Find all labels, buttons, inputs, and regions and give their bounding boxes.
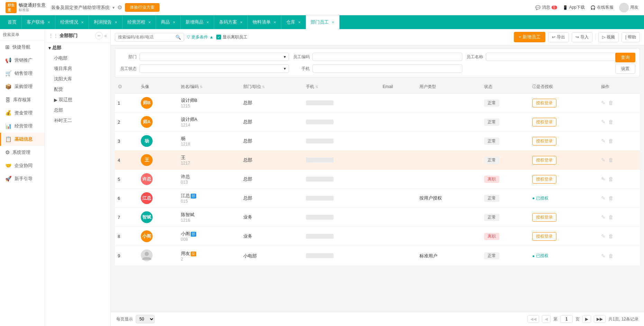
dept-edit-button[interactable]: ✏ bbox=[95, 32, 103, 39]
tab-customer[interactable]: 客户联络✕ bbox=[22, 15, 55, 29]
delete-icon[interactable]: 🗑 bbox=[608, 119, 614, 125]
tab-barcode-close[interactable]: ✕ bbox=[240, 20, 243, 24]
sidebar-search-box[interactable]: 🔍 bbox=[0, 29, 45, 41]
auth-button[interactable]: 授权登录 bbox=[532, 156, 556, 165]
sidebar-item-system[interactable]: ⚙ 系统管理 bbox=[0, 146, 45, 159]
query-button[interactable]: 查询 bbox=[615, 53, 635, 62]
sidebar-item-quick-nav[interactable]: ⊞ 快捷导航 bbox=[0, 41, 45, 54]
prev-page-button[interactable]: ◀ bbox=[542, 315, 551, 323]
tab-staff[interactable]: 部门员工✕ bbox=[306, 15, 339, 29]
tab-home[interactable]: 首页 bbox=[3, 15, 22, 29]
cell-auth[interactable]: 授权登录 bbox=[529, 113, 598, 132]
collapse-button[interactable]: « bbox=[104, 33, 107, 38]
tab-staff-close[interactable]: ✕ bbox=[332, 20, 334, 24]
edit-icon[interactable]: ✎ bbox=[601, 119, 606, 125]
empcode-input[interactable] bbox=[312, 53, 462, 61]
app-download-action[interactable]: 📱 App下载 bbox=[563, 5, 585, 10]
more-conditions-button[interactable]: ▽ 更多条件 ▲ bbox=[187, 34, 214, 40]
tree-node-zongbu[interactable]: 总部 bbox=[45, 105, 110, 115]
empname-input[interactable] bbox=[486, 53, 635, 61]
search-icon[interactable]: 🔍 bbox=[175, 35, 181, 40]
trial-button[interactable]: 体验行业方案 bbox=[125, 3, 160, 12]
view-button[interactable]: ▷ 视频 bbox=[598, 32, 619, 42]
tab-process-close[interactable]: ✕ bbox=[148, 20, 151, 24]
delete-icon[interactable]: 🗑 bbox=[608, 157, 614, 163]
tree-node-shuangliao[interactable]: ▶ 双辽想 bbox=[45, 95, 110, 105]
edit-icon[interactable]: ✎ bbox=[601, 157, 606, 163]
import-button[interactable]: ↪ 导入 bbox=[572, 32, 592, 42]
phone-input[interactable] bbox=[312, 64, 462, 73]
first-page-button[interactable]: ◀◀ bbox=[527, 315, 539, 323]
filter-settings-button[interactable]: 设置 bbox=[615, 64, 635, 74]
tree-node-project[interactable]: 项目库房 bbox=[45, 63, 110, 74]
auth-button[interactable]: 授权登录 bbox=[532, 99, 556, 107]
delete-icon[interactable]: 🗑 bbox=[608, 195, 614, 201]
cell-auth[interactable]: 已授权 bbox=[529, 189, 598, 208]
message-action[interactable]: 💬 消息 5 bbox=[535, 5, 557, 10]
empstatus-select[interactable]: ▾ bbox=[139, 64, 289, 73]
edit-icon[interactable]: ✎ bbox=[601, 138, 606, 144]
tab-warehouse[interactable]: 仓库✕ bbox=[281, 15, 306, 29]
edit-icon[interactable]: ✎ bbox=[601, 233, 606, 239]
auth-button[interactable]: 授权登录 bbox=[532, 175, 556, 184]
export-button[interactable]: ↩ 导出 bbox=[548, 32, 569, 42]
sidebar-item-finance[interactable]: 💰 资金管理 bbox=[0, 106, 45, 120]
tab-material[interactable]: 物料清单✕ bbox=[248, 15, 281, 29]
auth-button[interactable]: 授权登录 bbox=[532, 118, 556, 126]
last-page-button[interactable]: ▶▶ bbox=[594, 315, 606, 323]
tab-business-close[interactable]: ✕ bbox=[81, 20, 84, 24]
cell-auth[interactable]: 授权登录 bbox=[529, 94, 598, 113]
edit-icon[interactable]: ✎ bbox=[601, 176, 606, 182]
edit-icon[interactable]: ✎ bbox=[601, 195, 606, 201]
cell-auth[interactable]: 授权登录 bbox=[529, 170, 598, 189]
delete-icon[interactable]: 🗑 bbox=[608, 100, 614, 106]
auth-button[interactable]: 授权登录 bbox=[532, 213, 556, 222]
column-settings-icon[interactable]: ⚙ bbox=[118, 83, 122, 89]
add-employee-button[interactable]: + 新增员工 bbox=[514, 32, 545, 42]
delete-icon[interactable]: 🗑 bbox=[608, 138, 614, 144]
tab-goods[interactable]: 商品✕ bbox=[156, 15, 181, 29]
sidebar-item-sales[interactable]: 🛒 销售管理 bbox=[0, 67, 45, 80]
tab-profit-close[interactable]: ✕ bbox=[115, 20, 117, 24]
tab-barcode[interactable]: 条码方案✕ bbox=[214, 15, 248, 29]
auth-button[interactable]: 授权登录 bbox=[532, 137, 556, 146]
sidebar-item-basic[interactable]: 📋 基础信息 bbox=[0, 133, 45, 146]
tree-node-shenyang[interactable]: 沈阳大库 bbox=[45, 74, 110, 84]
delete-icon[interactable]: 🗑 bbox=[608, 214, 614, 220]
cell-auth[interactable]: 授权登录 bbox=[529, 208, 598, 227]
tab-process[interactable]: 经营历程✕ bbox=[123, 15, 156, 29]
tab-material-close[interactable]: ✕ bbox=[273, 20, 276, 24]
tree-node-distribution[interactable]: 配货 bbox=[45, 84, 110, 95]
help-button[interactable]: | 帮助 bbox=[622, 32, 640, 42]
next-page-button[interactable]: ▶ bbox=[582, 315, 591, 323]
sidebar-item-marketing[interactable]: 📢 营销推广 bbox=[0, 54, 45, 67]
system-dropdown-button[interactable]: ▾ bbox=[112, 5, 115, 10]
tab-new-goods-close[interactable]: ✕ bbox=[206, 20, 209, 24]
auth-button[interactable]: 授权登录 bbox=[532, 232, 556, 241]
resigned-checkbox[interactable] bbox=[216, 35, 221, 39]
th-settings[interactable]: ⚙ bbox=[115, 80, 138, 94]
edit-icon[interactable]: ✎ bbox=[601, 100, 606, 106]
tab-new-goods[interactable]: 新增商品✕ bbox=[181, 15, 214, 29]
user-profile[interactable]: 用友 bbox=[619, 3, 638, 12]
cell-auth[interactable]: 已授权 bbox=[529, 246, 598, 266]
delete-icon[interactable]: 🗑 bbox=[608, 176, 614, 182]
tab-profit[interactable]: 利润报告✕ bbox=[89, 15, 123, 29]
cell-auth[interactable]: 授权登录 bbox=[529, 227, 598, 246]
sidebar-item-guide[interactable]: 🚀 新手引导 bbox=[0, 172, 45, 185]
th-name-code[interactable]: 姓名/编码 bbox=[178, 80, 241, 94]
edit-icon[interactable]: ✎ bbox=[601, 214, 606, 220]
delete-icon[interactable]: 🗑 bbox=[608, 253, 614, 259]
sidebar-item-operation[interactable]: 📊 经营管理 bbox=[0, 120, 45, 133]
tree-node-xiaodian[interactable]: 小电部 bbox=[45, 53, 110, 63]
th-dept-position[interactable]: 部门/职位 bbox=[241, 80, 303, 94]
online-support-action[interactable]: 🎧 在线客服 bbox=[590, 5, 614, 10]
tab-business[interactable]: 经营情况✕ bbox=[55, 15, 89, 29]
search-input[interactable] bbox=[118, 35, 173, 39]
tree-node-general[interactable]: ▾ 总部 bbox=[45, 43, 110, 53]
dept-select[interactable]: ▾ bbox=[139, 53, 289, 61]
tab-warehouse-close[interactable]: ✕ bbox=[298, 20, 301, 24]
edit-icon[interactable]: ✎ bbox=[601, 253, 606, 259]
sidebar-item-collab[interactable]: 🤝 企业协同 bbox=[0, 159, 45, 172]
cell-auth[interactable]: 授权登录 bbox=[529, 132, 598, 151]
